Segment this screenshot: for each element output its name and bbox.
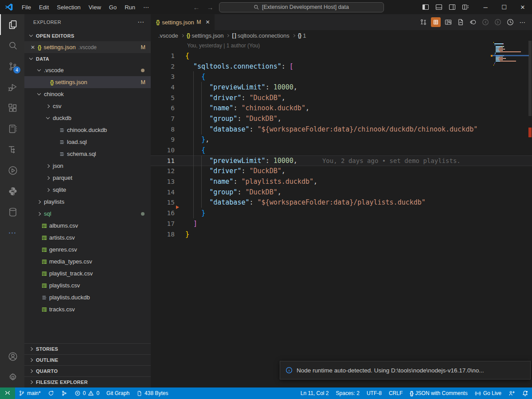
tree-item-playlist-track-csv[interactable]: playlist_track.csv <box>24 267 151 279</box>
open-changes-icon[interactable] <box>456 17 466 27</box>
code-line-11[interactable]: 11 "previewLimit": 10000,You, 2 days ago… <box>151 155 532 166</box>
compare-changes-icon[interactable] <box>419 17 428 27</box>
menu-selection[interactable]: Selection <box>53 3 84 12</box>
breadcrumb-item-vscode[interactable]: .vscode <box>158 32 178 39</box>
tree-item-media-types-csv[interactable]: media_types.csv <box>24 256 151 267</box>
statusbar-git-branch[interactable]: main* <box>15 387 44 399</box>
command-center-search[interactable]: [Extension Development Host] data <box>219 2 384 12</box>
statusbar-problems[interactable]: 00 <box>71 387 103 399</box>
more-views-icon[interactable]: ⋯ <box>0 222 24 243</box>
statusbar-language-mode[interactable]: {}JSON with Comments <box>406 387 471 399</box>
tab-settings-json[interactable]: {} settings.json M ✕ <box>151 14 215 30</box>
menu-file[interactable]: File <box>18 3 35 12</box>
search-icon[interactable] <box>0 35 24 56</box>
explorer-icon[interactable] <box>0 14 24 35</box>
account-icon[interactable] <box>0 346 24 367</box>
code-line-12[interactable]: 12 "driver": "DuckDB", <box>151 166 532 177</box>
tree-item-csv[interactable]: csv <box>24 100 151 112</box>
code-line-14[interactable]: 14 "group": "DuckDB", <box>151 187 532 198</box>
tree-item-duckdb[interactable]: duckdb <box>24 112 151 124</box>
open-editor-item[interactable]: ✕ {} settings.json .vscode M <box>24 41 151 53</box>
section-quarto[interactable]: QUARTO <box>24 365 151 376</box>
tree-item-genres-csv[interactable]: genres.csv <box>24 244 151 256</box>
code-line-6[interactable]: 6 "name": "chinook.duckdb", <box>151 103 532 113</box>
toggle-secondary-sidebar-icon[interactable] <box>449 4 456 11</box>
statusbar-cursor-position[interactable]: Ln 11, Col 2 <box>297 387 332 399</box>
data-section-header[interactable]: DATA <box>24 53 151 64</box>
tree-item-playlists-duckdb[interactable]: playlists.duckdb <box>24 291 151 303</box>
code-line-1[interactable]: 1{ <box>151 50 532 61</box>
tree-item-load-sql[interactable]: load.sql <box>24 136 151 148</box>
code-line-3[interactable]: 3 { <box>151 71 532 82</box>
code-line-17[interactable]: 17 ] <box>151 218 532 229</box>
close-button[interactable]: ✕ <box>513 0 532 14</box>
minimap[interactable] <box>493 42 528 66</box>
tree-item-playlists-csv[interactable]: playlists.csv <box>24 279 151 291</box>
code-line-7[interactable]: 7 "group": "DuckDB", <box>151 113 532 124</box>
database-icon[interactable] <box>0 201 24 222</box>
statusbar-go-live[interactable]: Go Live <box>471 387 505 399</box>
open-symbol-icon[interactable] <box>468 17 478 27</box>
explorer-actions-icon[interactable]: ⋯ <box>137 18 145 26</box>
code-line-8[interactable]: 8 "database": "${workspaceFolder:data}/c… <box>151 124 532 135</box>
scrollbar-slider[interactable] <box>528 41 532 116</box>
tree-item-chinook[interactable]: chinook <box>24 88 151 100</box>
code-line-16[interactable]: 16 } <box>151 208 532 218</box>
section-outline[interactable]: OUTLINE <box>24 354 151 365</box>
statusbar-git-graph-view[interactable] <box>58 387 71 399</box>
code-line-10[interactable]: 10 { <box>151 145 532 155</box>
python-icon[interactable] <box>0 181 24 201</box>
code-line-13[interactable]: 13 "name": "playlists.duckdb", <box>151 176 532 187</box>
tree-item-vscode[interactable]: .vscode <box>24 64 151 76</box>
menu-go[interactable]: Go <box>105 3 121 12</box>
code-editor[interactable]: You, yesterday | 1 author (You)1{2 "sqlt… <box>151 41 532 239</box>
tree-item-settings-json[interactable]: {}settings.jsonM <box>24 76 151 88</box>
statusbar-file-size[interactable]: 438 Bytes <box>133 387 172 399</box>
vertical-scrollbar[interactable] <box>528 41 532 387</box>
statusbar-sync-changes[interactable] <box>44 387 58 399</box>
data-table-icon[interactable] <box>431 17 441 27</box>
nav-back-icon[interactable]: ← <box>192 4 202 11</box>
close-icon[interactable]: ✕ <box>31 44 35 50</box>
source-control-icon[interactable]: 4 <box>0 56 24 77</box>
timeline-icon[interactable] <box>505 17 515 27</box>
toggle-sidebar-icon[interactable] <box>422 4 429 11</box>
tree-item-chinook-duckdb[interactable]: chinook.duckdb <box>24 124 151 136</box>
tree-item-artists-csv[interactable]: artists.csv <box>24 232 151 244</box>
tree-item-albums-csv[interactable]: albums.csv <box>24 220 151 232</box>
code-line-15[interactable]: 15 "database": "${workspaceFolder:data}/… <box>151 198 532 208</box>
statusbar-remote-indicator[interactable] <box>0 387 15 399</box>
code-line-18[interactable]: 18} <box>151 229 532 240</box>
tree-item-tracks-csv[interactable]: tracks.csv <box>24 303 151 315</box>
notebook-icon[interactable] <box>0 118 24 139</box>
menu-view[interactable]: View <box>85 3 105 12</box>
settings-gear-icon[interactable] <box>0 367 24 387</box>
test-hierarchy-icon[interactable] <box>0 139 24 160</box>
more-actions-icon[interactable]: ⋯ <box>518 17 528 27</box>
statusbar-eol[interactable]: CRLF <box>385 387 406 399</box>
menu-edit[interactable]: Edit <box>35 3 53 12</box>
code-line-5[interactable]: 5 "driver": "DuckDB", <box>151 93 532 103</box>
open-editors-header[interactable]: OPEN EDITORS <box>24 30 151 41</box>
menu-more[interactable]: ⋯ <box>139 3 153 12</box>
extensions-icon[interactable] <box>0 97 24 118</box>
statusbar-notifications-bell[interactable] <box>518 387 532 399</box>
close-icon[interactable]: ✕ <box>206 19 210 25</box>
code-line-2[interactable]: 2 "sqltools.connections": [ <box>151 61 532 72</box>
menu-run[interactable]: Run <box>121 3 139 12</box>
breadcrumb-item-sqltools-connections[interactable]: [ ]sqltools.connections <box>232 32 289 39</box>
nav-forward-icon[interactable]: → <box>205 4 215 11</box>
statusbar-indentation[interactable]: Spaces: 2 <box>332 387 363 399</box>
section-stories[interactable]: STORIES <box>24 343 151 354</box>
tree-item-playlists[interactable]: playlists <box>24 196 151 208</box>
maximize-button[interactable]: ☐ <box>495 0 513 14</box>
statusbar-encoding[interactable]: UTF-8 <box>363 387 385 399</box>
tree-item-schema-sql[interactable]: schema.sql <box>24 148 151 160</box>
live-server-icon[interactable] <box>0 160 24 181</box>
open-preview-icon[interactable] <box>443 17 453 27</box>
customize-layout-icon[interactable] <box>462 4 469 11</box>
toggle-panel-icon[interactable] <box>435 4 442 11</box>
breadcrumb-item-1[interactable]: {}1 <box>298 32 306 39</box>
statusbar-remote-explorer[interactable] <box>505 387 518 399</box>
breadcrumb-item-settings-json[interactable]: {}settings.json <box>187 32 224 39</box>
